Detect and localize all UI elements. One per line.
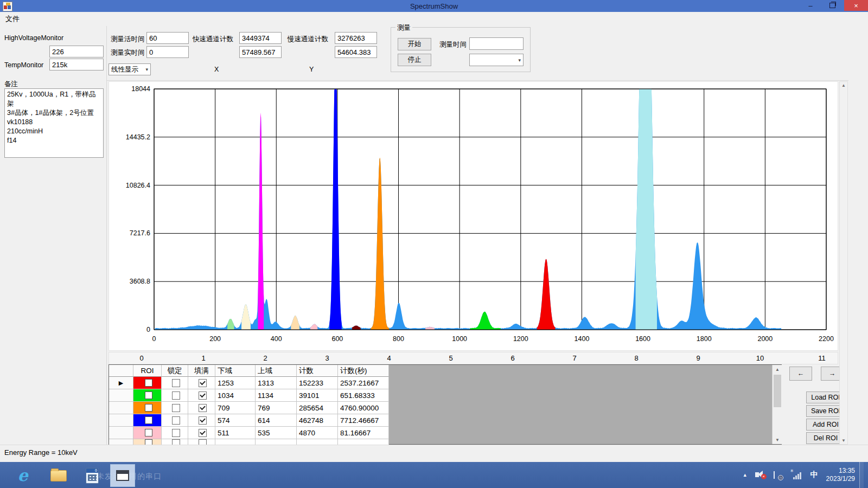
roi-color-cell[interactable] [133,427,162,439]
upper-bound-cell[interactable]: 769 [256,402,297,414]
table-row[interactable]: 1034113439101651.68333 [109,389,389,402]
column-header-7[interactable]: 计数(秒) [338,365,389,377]
row-selector[interactable] [109,414,133,427]
counts-cell[interactable]: 285654 [297,402,338,414]
table-scrollbar[interactable]: ▲▼ [772,365,782,444]
notes-textarea[interactable]: 25Kv，1000Ua，R1，带样品架 3#晶体，1#晶体架，2号位置 vk10… [4,88,104,158]
locked-checkbox[interactable] [162,414,188,427]
locked-checkbox[interactable] [162,402,188,414]
lower-bound-cell[interactable]: 511 [215,427,256,439]
stop-button[interactable]: 停止 [398,54,431,66]
column-header-3[interactable]: 填满 [188,365,215,377]
scroll-down-icon[interactable]: ▼ [840,438,847,443]
lower-bound-cell[interactable]: 709 [215,402,256,414]
network-signal-icon[interactable]: ✳ [792,471,803,479]
counts-per-second-cell[interactable]: 4760.90000 [338,402,389,414]
volume-muted-icon[interactable]: × [755,471,767,479]
counts-per-second-cell[interactable]: 651.68333 [338,389,389,402]
measure-time-field[interactable] [469,37,524,50]
lower-bound-cell[interactable]: 1034 [215,389,256,402]
upper-bound-cell[interactable]: 614 [256,414,297,427]
row-selector[interactable]: ▶ [109,377,133,389]
roi-color-cell[interactable] [133,377,162,389]
locked-checkbox[interactable] [162,427,188,439]
lower-bound-cell[interactable]: 1253 [215,377,256,389]
upper-bound-cell[interactable]: 1134 [256,389,297,402]
scroll-down-icon[interactable]: ▼ [773,435,782,444]
slow-channel-count-field[interactable] [335,32,377,44]
table-row[interactable]: 5746144627487712.46667 [109,414,389,427]
filled-checkbox[interactable] [188,389,215,402]
taskbar-clock[interactable]: 13:35 2023/1/29 [826,467,855,483]
ie-taskbar-icon[interactable]: e [12,466,34,485]
slow-channel-rate-field[interactable] [335,46,377,58]
filled-checkbox[interactable] [188,377,215,389]
column-header-6[interactable]: 计数 [297,365,338,377]
file-explorer-icon[interactable] [48,466,69,485]
locked-checkbox[interactable] [162,377,188,389]
column-header-2[interactable]: 锁定 [162,365,188,377]
row-selector[interactable] [109,427,133,439]
title-bar: SpectrumShow – × [0,0,868,12]
active-app-taskbar-button[interactable] [110,464,135,487]
column-header-4[interactable]: 下域 [215,365,256,377]
roi-table[interactable]: ROI锁定填满下域上域计数计数(秒)▶125313131522332537.21… [108,364,782,445]
counts-cell[interactable]: 152233 [297,377,338,389]
calculator-icon[interactable] [81,466,103,485]
lower-bound-cell[interactable]: 574 [215,414,256,427]
locked-checkbox[interactable] [162,389,188,402]
table-row[interactable]: 511535487081.16667 [109,427,389,439]
filled-checkbox[interactable] [188,402,215,414]
live-time-field[interactable] [146,32,189,44]
menu-file[interactable]: 文件 [0,12,25,26]
energy-ruler-tick: 9 [687,354,709,362]
display-mode-combobox[interactable]: 线性显示 ▾ [108,63,151,75]
scroll-up-icon[interactable]: ▲ [773,365,782,374]
fast-channel-label: 快速通道计数 [193,35,233,44]
scroll-up-icon[interactable]: ▲ [840,83,847,88]
minimize-button[interactable]: – [803,0,818,11]
table-row[interactable]: 7097692856544760.90000 [109,402,389,414]
scroll-left-button[interactable]: ← [789,367,812,381]
table-row[interactable]: ▶125313131522332537.21667 [109,377,389,389]
hidden-icons-chevron-icon[interactable]: ▲ [743,472,748,478]
upper-bound-cell[interactable]: 1313 [256,377,297,389]
temp-value-field[interactable] [49,59,104,70]
filled-checkbox[interactable] [188,414,215,427]
fast-channel-rate-field[interactable] [239,46,282,58]
counts-per-second-cell[interactable]: 7712.46667 [338,414,389,427]
svg-text:10826.4: 10826.4 [126,182,150,189]
svg-text:0: 0 [152,335,156,343]
row-selector[interactable] [109,402,133,414]
scrollbar-thumb[interactable] [774,375,781,407]
fast-channel-count-field[interactable] [239,32,282,44]
svg-text:1000: 1000 [452,335,467,343]
row-selector[interactable] [109,389,133,402]
show-desktop-button[interactable] [859,462,864,488]
preset-combobox[interactable]: ▾ [469,54,524,66]
column-header-1[interactable]: ROI [133,365,162,377]
ime-indicator[interactable]: 中 [810,470,818,480]
roi-color-cell[interactable] [133,402,162,414]
column-header-5[interactable]: 上域 [256,365,297,377]
action-center-flag-icon[interactable]: ◷ [775,471,784,479]
roi-color-cell[interactable] [133,389,162,402]
roi-color-cell[interactable] [133,414,162,427]
energy-ruler-tick: 6 [502,354,524,362]
svg-text:600: 600 [331,335,343,343]
close-button[interactable]: × [844,0,868,11]
spectrum-chart[interactable]: 03608.87217.610826.414435.21804402004006… [108,81,838,351]
counts-cell[interactable]: 39101 [297,389,338,402]
form-scrollbar[interactable]: ▲ ▼ [839,81,848,445]
high-voltage-value-field[interactable] [49,46,104,57]
svg-text:200: 200 [209,335,221,343]
real-time-field[interactable] [146,46,189,58]
start-button[interactable]: 开始 [398,38,431,50]
counts-cell[interactable]: 4870 [297,427,338,439]
restore-button[interactable] [825,0,840,11]
counts-per-second-cell[interactable]: 2537.21667 [338,377,389,389]
counts-per-second-cell[interactable]: 81.16667 [338,427,389,439]
upper-bound-cell[interactable]: 535 [256,427,297,439]
filled-checkbox[interactable] [188,427,215,439]
counts-cell[interactable]: 462748 [297,414,338,427]
